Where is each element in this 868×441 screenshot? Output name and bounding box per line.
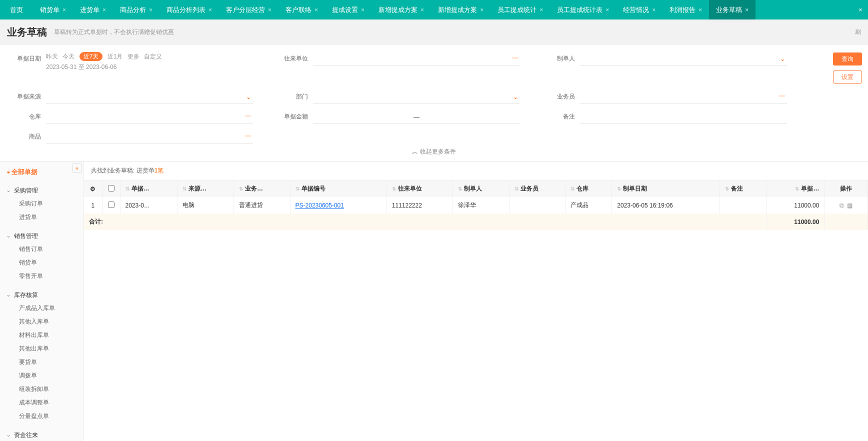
row-checkbox[interactable]: [108, 202, 114, 208]
warehouse-input[interactable]: ⋯: [46, 110, 253, 124]
top-tab[interactable]: 客户分层经营×: [219, 0, 278, 20]
top-tab[interactable]: 首页: [0, 0, 33, 20]
salesman-input[interactable]: ⋯: [580, 90, 787, 104]
top-tab[interactable]: 销货单×: [33, 0, 73, 20]
close-icon[interactable]: ×: [361, 6, 364, 14]
close-icon[interactable]: ×: [102, 6, 106, 14]
close-icon[interactable]: ×: [62, 6, 66, 14]
close-icon[interactable]: ×: [208, 6, 212, 14]
select-all-checkbox[interactable]: [108, 185, 114, 192]
qr-icon[interactable]: ▦: [847, 202, 852, 209]
picker-icon[interactable]: ⋯: [245, 132, 251, 140]
column-header[interactable]: ⇅单据…: [120, 180, 178, 197]
top-tab[interactable]: 员工提成统计×: [490, 0, 550, 20]
amount-range[interactable]: —: [313, 110, 520, 124]
date-quick-1m[interactable]: 近1月: [108, 53, 123, 60]
sidebar-item[interactable]: 采购订单: [0, 197, 84, 210]
sidebar-item[interactable]: 零售开单: [0, 270, 84, 283]
table-row[interactable]: 12023-0…电脑普通进货PS-20230605-001111122222徐泽…: [84, 197, 868, 214]
top-tab[interactable]: 客户联络×: [278, 0, 325, 20]
dept-select[interactable]: ⌄: [313, 90, 520, 104]
column-header[interactable]: ⇅业务…: [234, 180, 290, 197]
top-tab[interactable]: 业务草稿×: [709, 0, 756, 20]
close-icon[interactable]: ×: [652, 6, 656, 14]
chevron-down-icon[interactable]: ⌄: [780, 56, 785, 62]
close-icon[interactable]: ×: [606, 6, 609, 14]
top-tab[interactable]: 利润报告×: [662, 0, 709, 20]
sidebar-item[interactable]: 产成品入库单: [0, 302, 84, 315]
close-icon[interactable]: ×: [149, 6, 152, 14]
close-icon[interactable]: ×: [420, 6, 424, 14]
picker-icon[interactable]: ⋯: [779, 92, 785, 100]
cell-code-link[interactable]: PS-20230605-001: [290, 197, 386, 214]
sidebar-item[interactable]: 分量盘点单: [0, 410, 84, 423]
sidebar-group-header[interactable]: 资金往来: [0, 429, 84, 441]
sidebar-item[interactable]: 材料出库单: [0, 328, 84, 342]
column-header[interactable]: ⇅制单日期: [612, 180, 720, 197]
close-all-tabs-button[interactable]: ×: [853, 0, 868, 20]
top-tab[interactable]: 新增提成方案×: [372, 0, 431, 20]
top-tab[interactable]: 商品分析×: [113, 0, 160, 20]
top-tab[interactable]: 商品分析列表×: [160, 0, 219, 20]
column-header[interactable]: ⇅备注: [720, 180, 766, 197]
close-icon[interactable]: ×: [268, 6, 272, 14]
sidebar-group-header[interactable]: 采购管理: [0, 184, 84, 197]
search-button[interactable]: 查询: [833, 52, 862, 66]
column-header[interactable]: ⇅单据…: [766, 180, 824, 197]
close-icon[interactable]: ×: [540, 6, 543, 14]
top-tab[interactable]: 经营情况×: [616, 0, 662, 20]
column-header[interactable]: ⇅业务员: [509, 180, 566, 197]
product-input[interactable]: ⋯: [46, 130, 253, 144]
close-icon[interactable]: ×: [314, 6, 318, 14]
sidebar-collapse-button[interactable]: «: [72, 164, 82, 172]
sidebar-item[interactable]: 组装拆卸单: [0, 382, 84, 396]
page-hint: 草稿转为正式单据时，不会执行满赠促销优惠: [54, 28, 174, 36]
sidebar-group-header[interactable]: 销售管理: [0, 230, 84, 242]
column-header[interactable]: ⚙: [84, 180, 102, 197]
top-tab[interactable]: 员工提成统计表×: [550, 0, 616, 20]
date-quick-today[interactable]: 今天: [62, 53, 74, 60]
date-quick-yesterday[interactable]: 昨天: [46, 53, 58, 60]
top-tab[interactable]: 进货单×: [73, 0, 113, 20]
date-quick-7d[interactable]: 近7天: [80, 52, 103, 61]
sidebar-item[interactable]: 其他出库单: [0, 342, 84, 356]
chevron-down-icon[interactable]: ⌄: [246, 94, 251, 100]
sidebar-group-header[interactable]: 库存核算: [0, 289, 84, 302]
chevron-down-icon[interactable]: ⌄: [513, 94, 518, 100]
source-select[interactable]: ⌄: [46, 90, 253, 104]
top-tab[interactable]: 提成设置×: [325, 0, 372, 20]
column-header[interactable]: ⇅单据编号: [290, 180, 386, 197]
sidebar-item[interactable]: 成本调整单: [0, 396, 84, 410]
top-tab[interactable]: 新增提成方案×: [431, 0, 490, 20]
picker-icon[interactable]: ⋯: [245, 112, 251, 120]
sidebar-item[interactable]: 其他入库单: [0, 315, 84, 328]
refresh-icon[interactable]: 刷: [855, 28, 861, 36]
remark-input[interactable]: [580, 110, 787, 124]
sidebar-item[interactable]: 销货单: [0, 256, 84, 270]
picker-icon[interactable]: ⋯: [512, 54, 518, 62]
column-header[interactable]: ⇅往来单位: [386, 180, 452, 197]
date-quick-custom[interactable]: 自定义: [144, 53, 162, 60]
field-remark: 备注: [540, 110, 787, 124]
sidebar-item[interactable]: 调拨单: [0, 369, 84, 382]
column-header[interactable]: 操作: [824, 180, 868, 197]
close-icon[interactable]: ×: [698, 6, 702, 14]
column-header[interactable]: ⇅制单人: [453, 180, 510, 197]
sidebar-item[interactable]: 销售订单: [0, 242, 84, 256]
table-scroll[interactable]: ⚙⇅单据…⇅来源…⇅业务…⇅单据编号⇅往来单位⇅制单人⇅业务员⇅仓库⇅制单日期⇅…: [84, 180, 868, 441]
gear-icon[interactable]: ⚙: [90, 186, 96, 192]
creator-input[interactable]: ⌄: [580, 52, 787, 66]
counterparty-input[interactable]: ⋯: [313, 52, 520, 66]
sidebar-item[interactable]: 进货单: [0, 210, 84, 224]
column-header[interactable]: ⇅仓库: [566, 180, 612, 197]
column-header[interactable]: ⇅来源…: [178, 180, 234, 197]
column-header[interactable]: [102, 180, 120, 197]
setting-button[interactable]: 设置: [833, 70, 862, 84]
date-quick-more[interactable]: 更多: [128, 53, 140, 60]
close-icon[interactable]: ×: [745, 6, 748, 14]
collapse-filter-bar[interactable]: ︽收起更多条件: [6, 144, 862, 161]
view-icon[interactable]: ⧉: [840, 202, 844, 209]
sidebar-item[interactable]: 要货单: [0, 356, 84, 369]
close-icon[interactable]: ×: [480, 6, 484, 14]
sidebar-all-bills[interactable]: ▪▪ 全部单据: [0, 162, 84, 182]
